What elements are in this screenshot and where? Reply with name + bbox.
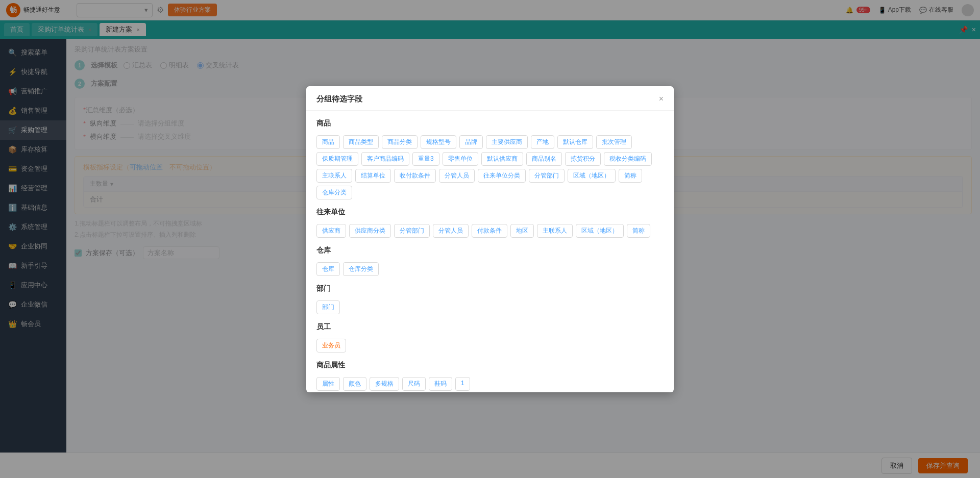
modal-header: 分组待选字段 × [306,86,674,111]
field-tag-main-supplier[interactable]: 主要供应商 [486,135,528,149]
field-tag-goods[interactable]: 商品 [316,135,340,149]
field-tag-settle-unit[interactable]: 结算单位 [355,169,391,183]
section-employee-title: 员工 [316,322,664,334]
field-tag-default-warehouse[interactable]: 默认仓库 [557,135,593,149]
section-warehouse: 仓库 仓库 仓库分类 [316,246,664,276]
section-goods-attr-tags: 属性 颜色 多规格 尺码 鞋码 1 [316,377,664,391]
section-partner-title: 往来单位 [316,208,664,219]
field-tag-color[interactable]: 颜色 [343,377,366,391]
field-tag-supplier[interactable]: 供应商 [316,224,346,238]
field-tag-mgmt-dept[interactable]: 分管部门 [394,224,430,238]
field-tag-goods-alias[interactable]: 商品别名 [526,152,562,166]
field-tag-retail-unit[interactable]: 零售单位 [443,152,478,166]
section-goods-tags: 商品 商品类型 商品分类 规格型号 品牌 主要供应商 产地 默认仓库 批次管理 … [316,135,664,199]
field-tag-supplier-category[interactable]: 供应商分类 [349,224,391,238]
modal-close-btn[interactable]: × [659,94,664,104]
section-partner: 往来单位 供应商 供应商分类 分管部门 分管人员 付款条件 地区 主联系人 区域… [316,208,664,238]
field-tag-short-name-partner[interactable]: 简称 [627,224,650,238]
field-tag-tax-code[interactable]: 税收分类编码 [604,152,652,166]
field-tag-spec-model[interactable]: 规格型号 [421,135,456,149]
field-tag-expiry-mgmt[interactable]: 保质期管理 [316,152,358,166]
field-tag-region-partner[interactable]: 区域（地区） [576,224,624,238]
field-tag-area[interactable]: 地区 [510,224,534,238]
field-tag-warehouse-category[interactable]: 仓库分类 [316,186,352,199]
field-tag-goods-category[interactable]: 商品分类 [382,135,418,149]
field-tag-multi-spec[interactable]: 多规格 [370,377,399,391]
modal-body: 商品 商品 商品类型 商品分类 规格型号 品牌 主要供应商 产地 默认仓库 批次… [306,111,674,392]
field-tag-payment-cond[interactable]: 付款条件 [472,224,507,238]
section-partner-tags: 供应商 供应商分类 分管部门 分管人员 付款条件 地区 主联系人 区域（地区） … [316,224,664,238]
field-tag-payment-terms[interactable]: 收付款条件 [394,169,436,183]
section-warehouse-tags: 仓库 仓库分类 [316,262,664,276]
section-employee: 员工 业务员 [316,322,664,353]
field-tag-brand[interactable]: 品牌 [459,135,483,149]
field-tag-department[interactable]: 部门 [316,300,340,314]
field-tag-warehouse[interactable]: 仓库 [316,262,340,276]
field-tag-goods-type[interactable]: 商品类型 [343,135,379,149]
field-tag-short-name-goods[interactable]: 简称 [619,169,642,183]
field-tag-weight3[interactable]: 重量3 [412,152,439,166]
field-tag-main-contact[interactable]: 主联系人 [316,169,352,183]
section-goods-title: 商品 [316,119,664,130]
section-goods-attr-title: 商品属性 [316,361,664,372]
section-department-title: 部门 [316,284,664,295]
section-department: 部门 部门 [316,284,664,314]
field-select-modal: 分组待选字段 × 商品 商品 商品类型 商品分类 规格型号 品牌 主要供应商 产… [306,86,674,392]
field-tag-1[interactable]: 1 [455,377,470,391]
field-tag-attr[interactable]: 属性 [316,377,340,391]
field-tag-default-supplier[interactable]: 默认供应商 [481,152,523,166]
modal-title: 分组待选字段 [316,94,362,104]
field-tag-region-goods[interactable]: 区域（地区） [568,169,616,183]
field-tag-size[interactable]: 尺码 [402,377,426,391]
section-warehouse-title: 仓库 [316,246,664,257]
field-tag-partner-category[interactable]: 往来单位分类 [478,169,526,183]
field-tag-origin[interactable]: 产地 [531,135,554,149]
field-tag-shoe-size[interactable]: 鞋码 [429,377,452,391]
field-tag-customer-code[interactable]: 客户商品编码 [361,152,409,166]
field-tag-batch-mgmt[interactable]: 批次管理 [596,135,632,149]
field-tag-main-contact2[interactable]: 主联系人 [537,224,573,238]
field-tag-pick-score[interactable]: 拣货积分 [565,152,601,166]
field-tag-supervisor[interactable]: 分管人员 [439,169,475,183]
section-goods-attr: 商品属性 属性 颜色 多规格 尺码 鞋码 1 [316,361,664,391]
field-tag-warehouse-cat[interactable]: 仓库分类 [343,262,379,276]
section-employee-tags: 业务员 [316,339,664,353]
field-tag-dept[interactable]: 分管部门 [529,169,565,183]
field-tag-salesperson[interactable]: 业务员 [316,339,346,353]
section-department-tags: 部门 [316,300,664,314]
field-tag-mgmt-person[interactable]: 分管人员 [433,224,469,238]
section-goods: 商品 商品 商品类型 商品分类 规格型号 品牌 主要供应商 产地 默认仓库 批次… [316,119,664,199]
